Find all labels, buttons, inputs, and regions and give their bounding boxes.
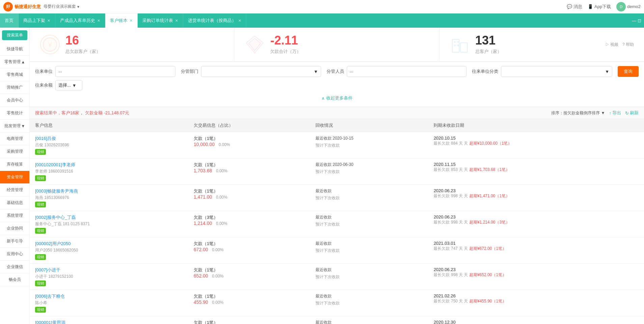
sidebar-item-retail-mgmt[interactable]: 零售管理 ▲	[0, 56, 29, 68]
from-unit-label: 往来单位	[35, 68, 53, 75]
table-info: 搜索结果中，客户16家， 欠款金额 -21,148.07元	[35, 110, 129, 116]
sidebar-item-enterprise-wechat[interactable]: 企业微信	[0, 261, 29, 273]
cell-debt-0: 欠款（1笔） 10,000.00 0.00%	[188, 132, 310, 158]
overdue-days-4: 最长欠款 747 天 天 超期¥672.00（1笔）	[433, 246, 639, 252]
overdue-link-2[interactable]: 超期¥1,471.00（1笔）	[469, 194, 510, 198]
due-date-6: 2021.02.26	[433, 293, 639, 298]
filter-area: 往来单位 ··· 分管部门 ▼ 分管人员	[30, 62, 644, 107]
app-download-label: App下载	[594, 4, 611, 10]
export-btn[interactable]: ↑ 导出	[609, 110, 621, 116]
balance-placeholder: 选择...	[58, 82, 71, 88]
customer-name-7[interactable]: [000001]黄思源	[35, 320, 183, 324]
sidebar-item-system[interactable]: 系统管理	[0, 209, 29, 222]
video-btn[interactable]: ▷ 视频	[605, 42, 618, 48]
due-date-5: 2020.06.23	[433, 267, 639, 272]
table-toolbar: 搜索结果中，客户16家， 欠款金额 -21,148.07元 排序：按欠款金额倒序…	[30, 107, 644, 119]
sidebar-item-basic-info[interactable]: 基础信息	[0, 197, 29, 209]
filter-row-1: 往来单位 ··· 分管部门 ▼ 分管人员	[35, 66, 639, 77]
overdue-link-6[interactable]: 超期¥455.90（1笔）	[469, 299, 506, 303]
tab-maximize-icon[interactable]: ⊡	[638, 18, 641, 23]
sidebar-item-finance[interactable]: 资金管理	[0, 171, 29, 184]
customer-name-3[interactable]: [0002]服务中心_丁磊	[35, 214, 183, 220]
customer-name-6[interactable]: [0006]去下粮仓	[35, 293, 183, 299]
sidebar-retail-stats-label: 零售统计	[7, 111, 23, 115]
sidebar-item-member-center[interactable]: 会员中心	[0, 94, 29, 107]
search-menu-btn[interactable]: 搜索菜单	[2, 30, 27, 40]
search-button[interactable]: 查询	[618, 66, 639, 77]
export-label: 导出	[612, 110, 621, 116]
debt-count-5: 欠款（1笔）	[194, 267, 305, 273]
stat-info-debt-total: -2.11 欠款合计（万）	[270, 34, 301, 55]
collapse-filter-btn[interactable]: ∧ 收起更多条件	[35, 94, 639, 102]
balance-select[interactable]: 选择... ▼	[55, 80, 82, 90]
tab-purchase-stats-close-icon[interactable]: ✕	[238, 19, 241, 23]
customer-name-0[interactable]: [0016]吕俊	[35, 136, 183, 142]
stat-info-total-customers: 131 总客户（家）	[475, 34, 502, 55]
tab-minimize-icon[interactable]: —	[632, 18, 636, 23]
tab-home[interactable]: 首页	[0, 13, 19, 28]
due-date-2: 2020.06.23	[433, 188, 639, 193]
overdue-link-3[interactable]: 超期¥1,214.00（3笔）	[469, 220, 510, 225]
manager-input[interactable]: ···	[347, 66, 467, 77]
customer-name-5[interactable]: [0007]小进干	[35, 267, 183, 273]
customer-name-2[interactable]: [0003]畅捷服务尹海燕	[35, 188, 183, 194]
due-date-7: 2020.12.30	[433, 320, 639, 324]
user-menu[interactable]: D demo2	[616, 2, 641, 11]
sidebar-item-batch-mgmt[interactable]: 批发管理 ▼	[0, 120, 29, 132]
tab-purchase-order-close-icon[interactable]: ✕	[175, 19, 178, 23]
cell-customer-5: [0007]小进干 小进干 18279152100 现销	[30, 264, 188, 290]
tab-customer-account[interactable]: 客户账本 ✕	[105, 13, 138, 28]
tab-purchase-order[interactable]: 采购订单统计表 ✕	[138, 13, 183, 28]
cell-due-1: 2020.11.15 最长欠款 853 天 天 超期¥1,703.68（1笔）	[428, 158, 644, 185]
overdue-link-0[interactable]: 超期¥10,000.00（1笔）	[469, 141, 512, 146]
tab-purchase-stats[interactable]: 进货单统计表（按商品） ✕	[183, 13, 246, 28]
overdue-link-5[interactable]: 超期¥652.00（1笔）	[469, 272, 506, 277]
sidebar-item-retail-stats[interactable]: 零售统计	[0, 107, 29, 120]
tab-product-history-close-icon[interactable]: ✕	[97, 19, 100, 23]
sidebar-item-inventory[interactable]: 库存核算	[0, 158, 29, 171]
sort-select[interactable]: 排序：按欠款金额倒序排序 ▼	[551, 110, 605, 116]
cell-debt-2: 欠款（1笔） 1,471.00 0.00%	[188, 185, 310, 211]
sidebar-batch-mgmt-arrow-icon: ▼	[21, 124, 25, 128]
unit-category-select[interactable]: ▼	[501, 66, 612, 77]
tab-product-history[interactable]: 产成品入库单历史 ✕	[55, 13, 105, 28]
sidebar-item-app-center[interactable]: 应用中心	[0, 248, 29, 261]
sidebar-item-enterprise[interactable]: 企业协同	[0, 222, 29, 235]
tab-product-shelf[interactable]: 商品上下架 ✕	[19, 13, 55, 28]
due-date-3: 2020.06.23	[433, 214, 639, 219]
sidebar-item-newbie[interactable]: 新手引导	[0, 235, 29, 248]
stat-building-icon	[450, 34, 470, 55]
from-unit-input[interactable]: ···	[55, 66, 175, 77]
customer-name-1[interactable]: [0001020001]李老师	[35, 162, 183, 168]
store-chevron-icon: ▾	[77, 4, 79, 9]
sidebar-item-quick-nav[interactable]: 快捷导航	[0, 43, 29, 56]
sidebar-item-purchase-mgmt[interactable]: 采购管理	[0, 145, 29, 158]
table-row: [0002]服务中心_丁磊 服务中心_丁磊 181 0125 8371 现销 欠…	[30, 211, 644, 237]
cell-debt-6: 欠款（1笔） 455.90 0.00%	[188, 290, 310, 316]
collapse-label: 收起更多条件	[326, 95, 353, 101]
tab-product-shelf-close-icon[interactable]: ✕	[47, 19, 50, 23]
sidebar-item-business[interactable]: 经营管理	[0, 184, 29, 197]
cell-debt-1: 欠款（1笔） 1,703.68 0.00%	[188, 158, 310, 185]
recent-collect-4: 最近收款	[315, 241, 423, 246]
help-btn[interactable]: ? 帮助	[622, 42, 634, 48]
sidebar-item-retail-store[interactable]: 零售商城	[0, 68, 29, 81]
overdue-link-4[interactable]: 超期¥672.00（1笔）	[469, 246, 506, 251]
dept-select[interactable]: ▼	[201, 66, 321, 77]
app-download-btn[interactable]: 📱 App下载	[588, 4, 611, 10]
debt-count-2: 欠款（1笔）	[194, 188, 305, 194]
sidebar-item-ecommerce[interactable]: 电商管理	[0, 132, 29, 145]
svg-rect-10	[457, 45, 459, 46]
refresh-btn[interactable]: ↻ 刷新	[625, 110, 639, 116]
customer-name-4[interactable]: [000002]用户2050	[35, 241, 183, 247]
svg-marker-4	[249, 38, 261, 51]
next-collect-1: 预计下次收款	[315, 169, 423, 175]
overdue-link-1[interactable]: 超期¥1,703.68（1笔）	[469, 167, 510, 172]
store-selector[interactable]: 母婴行业演示账套 ▾	[44, 4, 79, 9]
sidebar-item-marketing[interactable]: 营销推广	[0, 81, 29, 94]
message-btn[interactable]: 💬 消息	[567, 4, 582, 10]
col-debt-info: 欠交易信息（占比）	[188, 119, 310, 132]
tab-customer-account-close-icon[interactable]: ✕	[130, 19, 133, 23]
phone-icon: 📱	[588, 4, 593, 9]
sidebar-item-vip[interactable]: 畅会员	[0, 273, 29, 286]
